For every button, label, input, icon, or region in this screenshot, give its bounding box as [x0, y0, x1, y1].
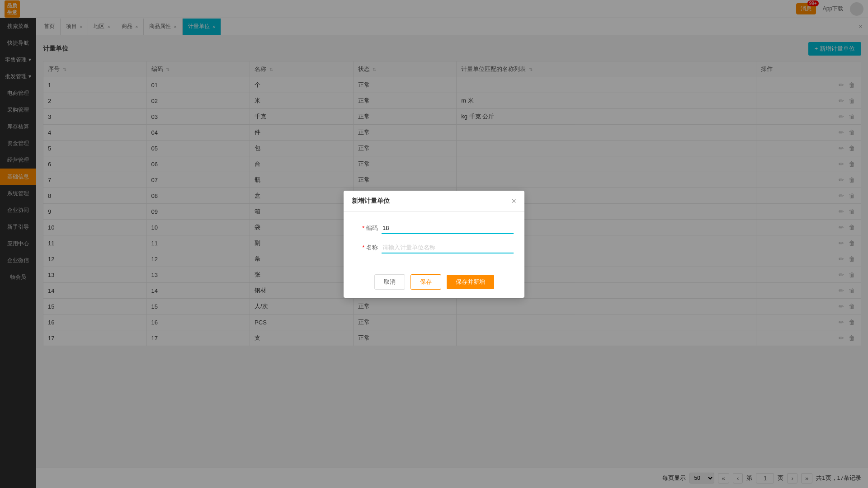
modal-overlay[interactable]: 新增计量单位 × * 编码 * 名称 取消 保存 保存并新增 — [0, 0, 868, 488]
code-form-row: * 编码 — [354, 223, 514, 234]
name-input[interactable] — [382, 242, 514, 253]
code-input[interactable] — [382, 223, 514, 234]
cancel-button[interactable]: 取消 — [374, 274, 405, 290]
name-label: * 名称 — [354, 244, 382, 252]
code-label: * 编码 — [354, 224, 382, 232]
save-new-button[interactable]: 保存并新增 — [447, 275, 494, 289]
add-unit-modal: 新增计量单位 × * 编码 * 名称 取消 保存 保存并新增 — [344, 191, 524, 298]
modal-header: 新增计量单位 × — [344, 191, 524, 212]
save-button[interactable]: 保存 — [410, 274, 441, 290]
code-required-star: * — [362, 225, 364, 231]
name-form-row: * 名称 — [354, 242, 514, 253]
modal-close-button[interactable]: × — [511, 197, 516, 205]
name-required-star: * — [362, 244, 364, 251]
modal-body: * 编码 * 名称 — [344, 212, 524, 269]
modal-footer: 取消 保存 保存并新增 — [344, 269, 524, 298]
modal-title: 新增计量单位 — [352, 197, 390, 205]
